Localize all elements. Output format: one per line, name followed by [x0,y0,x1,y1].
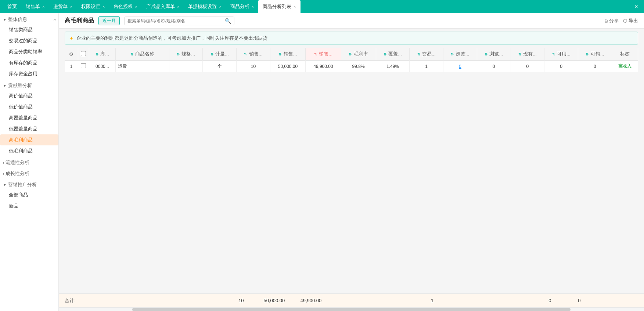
col-coverage[interactable]: ⇅ 覆盖... [376,48,410,61]
select-all-checkbox[interactable] [81,51,86,56]
section-arrow-contribution: ▼ [3,84,7,88]
col-salesamt-label: 销售... [284,51,297,57]
sidebar-item-stocked-goods[interactable]: 有库存的商品 [0,57,58,68]
row-tag: 高收入 [612,61,638,72]
col-stock2-label: 可用... [557,51,571,57]
share-button[interactable]: ⎙ 分享 [605,18,619,24]
nav-analysis-list-close[interactable]: × [294,4,296,9]
col-spec[interactable]: ⇅ 规格... [169,48,203,61]
col-tag: 标签 [612,48,638,61]
col-rowno[interactable]: ⇅ 序... [89,48,116,61]
sidebar-section-marketing[interactable]: ▼ 营销推广分析 [0,178,58,189]
sort-icon-grossrate: ⇅ [349,52,352,56]
nav-sales-label: 销售单 [26,3,40,10]
sidebar-section-contribution[interactable]: ▼ 贡献量分析 [0,79,58,90]
nav-analysis-close[interactable]: × [252,4,254,9]
filter-recent-month-button[interactable]: 近一月 [98,16,120,25]
nav-template-label: 单据模板设置 [188,3,217,10]
sidebar-item-high-margin[interactable]: 高毛利商品 [0,134,58,145]
app-close-button[interactable]: × [631,3,641,11]
section-title-overall: 整体信息 [8,16,27,23]
footer-salesamt: 50,000.00 [256,298,292,303]
col-stock1[interactable]: ⇅ 现有... [511,48,544,61]
nav-permission[interactable]: 权限设置 × [77,0,109,13]
search-input[interactable] [127,18,225,23]
data-table-container: ⚙ ⇅ 序... ⇅ 商品名称 [65,48,638,293]
sidebar-item-low-margin[interactable]: 低毛利商品 [0,145,58,156]
row-checkbox[interactable] [78,61,89,72]
sidebar-item-low-coverage[interactable]: 低覆盖量商品 [0,123,58,134]
scrollbar-thumb[interactable] [132,308,571,311]
sidebar-item-low-value[interactable]: 低价值商品 [0,101,58,112]
nav-analysis[interactable]: 商品分析 × [226,0,258,13]
content-area: 高毛利商品 近一月 🔍 ⎙ 分享 ⬡ 导出 [59,13,644,311]
nav-home-label: 首页 [7,3,17,10]
nav-purchase-close[interactable]: × [70,4,72,9]
footer-salesqty: 10 [226,298,256,303]
nav-role[interactable]: 角色授权 × [109,0,141,13]
nav-analysis-list[interactable]: 商品分析列表 × [258,0,300,13]
horizontal-scrollbar[interactable] [59,307,644,311]
nav-analysis-list-label: 商品分析列表 [263,3,291,10]
sidebar-item-high-coverage[interactable]: 高覆盖量商品 [0,112,58,123]
export-label: 导出 [629,18,638,24]
col-unit[interactable]: ⇅ 计量... [203,48,237,61]
nav-sales[interactable]: 销售单 × [21,0,49,13]
row-browse1[interactable]: 0 [443,61,477,72]
nav-sales-close[interactable]: × [42,4,44,9]
col-stock2[interactable]: ⇅ 可用... [544,48,578,61]
sort-icon-stock2: ⇅ [552,52,555,56]
sidebar-section-growth[interactable]: › 成长性分析 [0,167,58,178]
col-salesprofit[interactable]: ⇅ 销售... [306,48,341,61]
page-title: 高毛利商品 [65,17,94,25]
app-root: 首页 销售单 × 进货单 × 权限设置 × 角色授权 × 产成品入库单 × 单据… [0,0,644,311]
section-title-liquidity: 流通性分析 [6,159,29,166]
col-browse2[interactable]: ⇅ 浏览... [477,48,511,61]
sort-icon-browse1: ⇅ [451,52,454,56]
nav-role-close[interactable]: × [135,4,137,9]
nav-template-close[interactable]: × [219,4,221,9]
nav-purchase[interactable]: 进货单 × [49,0,76,13]
nav-product-stock-label: 产成品入库单 [146,3,175,10]
sidebar-collapse-button[interactable]: « [51,16,58,23]
sidebar-item-all-goods[interactable]: 全部商品 [0,189,58,200]
col-rowno-label: 序... [100,51,109,57]
nav-analysis-label: 商品分析 [230,3,249,10]
search-box: 🔍 [124,17,234,25]
sidebar-item-stock-capital[interactable]: 库存资金占用 [0,68,58,79]
sidebar-item-high-value[interactable]: 高价值商品 [0,90,58,101]
header-actions: ⎙ 分享 ⬡ 导出 [605,18,638,24]
col-trade[interactable]: ⇅ 交易... [410,48,443,61]
settings-icon[interactable]: ⚙ [69,51,73,57]
nav-template[interactable]: 单据模板设置 × [184,0,226,13]
col-name[interactable]: ⇅ 商品名称 [116,48,169,61]
sidebar-item-new-goods[interactable]: 新品 [0,200,58,211]
search-icon[interactable]: 🔍 [225,18,231,24]
nav-product-stock-close[interactable]: × [177,4,179,9]
nav-permission-close[interactable]: × [102,4,105,9]
sidebar-item-category-assist[interactable]: 商品分类助销率 [0,46,58,57]
col-browse1-label: 浏览... [456,51,469,57]
row-unit: 个 [203,61,237,72]
col-salesamt[interactable]: ⇅ 销售... [270,48,305,61]
sort-icon-salesqty: ⇅ [244,52,247,56]
nav-home[interactable]: 首页 [3,0,21,13]
sidebar-item-traded-goods[interactable]: 交易过的商品 [0,35,58,46]
info-text: 企业的主要的利润都是这部分商品创造的，可考虑加大推广，同时关注库存是不要出现缺货 [76,35,267,41]
col-salesqty[interactable]: ⇅ 销售... [237,48,270,61]
collapse-icon: « [53,17,56,23]
sort-icon-trade: ⇅ [417,52,420,56]
export-button[interactable]: ⬡ 导出 [623,18,638,24]
col-grossrate[interactable]: ⇅ 毛利率 [341,48,376,61]
sort-icon-spec: ⇅ [177,52,180,56]
sidebar-item-sales-goods[interactable]: 销售类商品 [0,24,58,35]
sidebar-section-liquidity[interactable]: › 流通性分析 [0,156,58,167]
col-stock3[interactable]: ⇅ 可销... [578,48,612,61]
sidebar-section-overall[interactable]: ▼ 整体信息 [0,13,58,24]
section-title-growth: 成长性分析 [6,170,29,177]
section-arrow-overall: ▼ [3,18,7,22]
col-settings[interactable]: ⚙ [65,48,78,61]
table-row: 1 0000... 运费 个 10 50,000.00 49,900.00 99… [65,61,638,72]
col-browse1[interactable]: ⇅ 浏览... [443,48,477,61]
nav-product-stock[interactable]: 产成品入库单 × [142,0,184,13]
